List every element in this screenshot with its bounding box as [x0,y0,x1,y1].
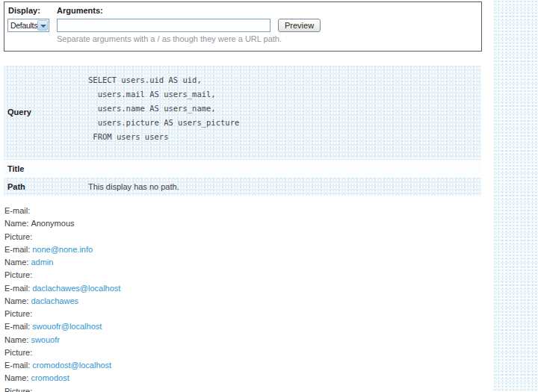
user-name-link[interactable]: daclachawes [31,296,78,305]
email-field-label: E-mail: [4,284,30,293]
query-row: Query SELECT users.uid AS uid, users.mai… [4,66,481,158]
list-item-email: E-mail:daclachawes@localhost [4,282,120,295]
main-content-area: Display: Defaults Arguments: Preview Sep… [0,0,493,392]
live-preview-panel: Display: Defaults Arguments: Preview Sep… [4,1,482,52]
title-row-label: Title [7,164,24,173]
list-item-name: Name:swouofr [4,334,120,346]
display-select[interactable]: Defaults [7,19,49,32]
email-field-label: E-mail: [4,206,30,215]
picture-field-label: Picture: [4,348,32,357]
list-item-name: Name:cromodost [4,372,120,385]
arguments-label: Arguments: [57,6,103,15]
list-item-email: E-mail: [4,205,120,217]
query-row-label: Query [7,108,31,116]
user-name-link[interactable]: admin [31,258,53,267]
name-value: Anonymous [31,219,74,228]
list-item-picture: Picture: [4,385,120,392]
name-field-label: Name: [4,219,28,228]
list-item-email: E-mail:cromodost@localhost [4,359,120,372]
list-item-name: Name:daclachawes [4,295,120,308]
list-item-picture: Picture: [4,346,120,359]
arguments-input[interactable] [57,19,270,32]
email-field-label: E-mail: [4,322,30,331]
picture-field-label: Picture: [4,270,32,279]
user-name-link[interactable]: swouofr [31,335,60,344]
list-item-picture: Picture: [4,231,120,243]
preview-results-list: E-mail: Name:Anonymous Picture: E-mail:n… [4,205,120,392]
email-link[interactable]: none@none.info [32,245,93,254]
name-field-label: Name: [4,258,28,267]
email-field-label: E-mail: [4,361,30,370]
chevron-down-icon [37,20,48,31]
name-field-label: Name: [4,373,28,382]
email-link[interactable]: swouofr@localhost [32,322,102,331]
preview-button[interactable]: Preview [278,19,321,32]
query-sql-text: SELECT users.uid AS uid, users.mail AS u… [88,73,239,144]
picture-field-label: Picture: [4,387,32,392]
path-row: Path This display has no path. [4,178,481,196]
picture-field-label: Picture: [4,232,32,241]
title-row: Title [4,159,481,178]
picture-field-label: Picture: [4,309,32,318]
list-item-picture: Picture: [4,269,120,281]
path-row-value: This display has no path. [88,182,179,191]
list-item-name: Name:admin [4,256,120,269]
list-item-name: Name:Anonymous [4,217,120,230]
arguments-help-text: Separate arguments with a / as though th… [57,34,282,43]
email-link[interactable]: daclachawes@localhost [32,284,120,293]
list-item-email: E-mail:none@none.info [4,243,120,256]
user-name-link[interactable]: cromodost [31,373,69,382]
name-field-label: Name: [4,296,28,305]
path-row-label: Path [7,182,25,191]
email-link[interactable]: cromodost@localhost [32,361,111,370]
page-background: { "preview_panel": { "display": { "label… [0,0,538,392]
display-select-value: Defaults [10,21,37,30]
list-item-picture: Picture: [4,308,120,320]
email-field-label: E-mail: [4,245,30,254]
display-label: Display: [8,6,40,15]
list-item-email: E-mail:swouofr@localhost [4,320,120,333]
name-field-label: Name: [4,335,28,344]
